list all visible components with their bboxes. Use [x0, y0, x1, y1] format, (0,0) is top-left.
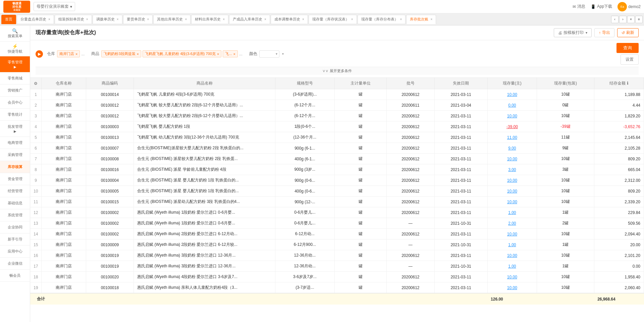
- tab-close-icon[interactable]: ×: [351, 17, 353, 21]
- sidebar-item-ecommerce[interactable]: 电商管理: [0, 137, 30, 149]
- tab-close-icon[interactable]: ×: [48, 17, 50, 21]
- sidebar-search[interactable]: 🔍 搜索英单: [0, 25, 30, 42]
- tab-inventory1[interactable]: 现存量（库存状况表） ×: [309, 15, 357, 24]
- tag-close-icon[interactable]: ×: [217, 52, 219, 56]
- sidebar-item-marketing[interactable]: 营销推广: [0, 85, 30, 97]
- row-spec: 12-36月幼...: [275, 261, 334, 272]
- app-download-link[interactable]: 📱 App下载: [591, 4, 612, 9]
- color-expand-icon[interactable]: ▾: [282, 52, 284, 56]
- product-tag-2[interactable]: 飞鹤星飞帆 儿童奶粉 4段(3-6岁适用) 700克 ×: [143, 50, 221, 57]
- product-more-btn[interactable]: ...: [239, 52, 243, 56]
- tab-close-icon[interactable]: ×: [302, 17, 304, 21]
- row-unit: 罐: [334, 239, 386, 250]
- sidebar-item-retail-mgmt[interactable]: 零售管理 ▶: [0, 56, 30, 72]
- sidebar-item-appcenter[interactable]: 应用中心: [0, 246, 30, 258]
- row-qty-main[interactable]: 9.00: [487, 143, 537, 154]
- tab-close-all-btn[interactable]: ×: [627, 16, 635, 23]
- row-qty-main[interactable]: 10.00: [487, 250, 537, 261]
- user-profile[interactable]: Ea demo2: [618, 2, 641, 11]
- tab-zuzhuang[interactable]: 组装拆卸单历史 ×: [55, 15, 92, 24]
- color-select[interactable]: [259, 50, 279, 58]
- tab-close-icon[interactable]: ×: [117, 17, 119, 21]
- warehouse-tag[interactable]: 南岸门店 ×: [57, 50, 80, 57]
- sidebar-item-retail-stats[interactable]: 零售统计: [0, 109, 30, 121]
- sidebar-item-purchase[interactable]: 采购管理: [0, 149, 30, 161]
- print-button[interactable]: 🖨 按模板打印 ▾: [554, 28, 592, 37]
- tab-home[interactable]: 首页: [1, 15, 16, 24]
- tag-close-icon[interactable]: ×: [233, 52, 235, 56]
- settings-icon[interactable]: ⚙: [34, 81, 38, 86]
- tab-material[interactable]: 材料出库单历史 ×: [191, 15, 228, 24]
- row-qty-main[interactable]: 10.00: [487, 272, 537, 282]
- tab-close-icon[interactable]: ×: [400, 17, 402, 21]
- tab-close-icon[interactable]: ×: [430, 17, 432, 21]
- filter-toggle-btn[interactable]: ▶: [36, 50, 43, 58]
- sidebar-item-basic[interactable]: 基础信息: [0, 197, 30, 209]
- sidebar-item-operations[interactable]: 经营管理: [0, 185, 30, 197]
- tab-close-icon[interactable]: ×: [264, 17, 266, 21]
- row-qty-main[interactable]: 1.00: [487, 207, 537, 218]
- sidebar-item-retail-shop[interactable]: 零售商城: [0, 72, 30, 85]
- row-qty-main[interactable]: 10.00: [487, 111, 537, 121]
- workspace-selector[interactable]: 母婴行业演示账套 ▾: [34, 2, 75, 11]
- tab-cost[interactable]: 成本调整单历史 ×: [271, 15, 308, 24]
- product-tag-1[interactable]: 飞鹤奶粉3段两提装 ×: [101, 50, 141, 57]
- sidebar-item-wholesale[interactable]: 批发管理 ▶: [0, 121, 30, 137]
- row-qty-main[interactable]: 0.00: [487, 100, 537, 111]
- sidebar-item-enterprise[interactable]: 企业协同: [0, 221, 30, 233]
- row-expire: 2021-03-11: [434, 229, 487, 239]
- tab-next-btn[interactable]: ›: [619, 16, 627, 23]
- row-qty-main[interactable]: 10.00: [487, 154, 537, 164]
- row-qty-main[interactable]: 10.00: [487, 229, 537, 239]
- tag-close-icon[interactable]: ×: [137, 52, 139, 56]
- row-qty-main[interactable]: -39.00: [487, 121, 537, 132]
- home-label: 首页: [5, 17, 12, 22]
- sidebar-item-member2[interactable]: 畅会员: [0, 270, 30, 282]
- tab-fenliang[interactable]: 分量盘点单历史 ×: [17, 15, 54, 24]
- tab-batch[interactable]: 库存批次账 ×: [406, 15, 436, 24]
- warehouse-more-btn[interactable]: ...: [81, 52, 85, 56]
- row-qty-main[interactable]: 1.00: [487, 261, 537, 272]
- expand-more-btn[interactable]: ∨∨ 展开更多条件: [36, 67, 639, 75]
- row-qty-main[interactable]: 11.00: [487, 132, 537, 143]
- messages-link[interactable]: ✉ 消息: [573, 4, 585, 9]
- tag-close-icon[interactable]: ×: [75, 52, 77, 56]
- sidebar-item-finance[interactable]: 资金管理: [0, 173, 30, 185]
- row-qty-main[interactable]: 3.00: [487, 164, 537, 175]
- row-expire: 2021-03-11: [434, 89, 487, 100]
- row-qty-main[interactable]: 10.00: [487, 282, 537, 293]
- sidebar-quick-nav[interactable]: ⚡ 快捷导航: [0, 42, 30, 56]
- row-qty-main[interactable]: 10.00: [487, 186, 537, 197]
- refresh-button[interactable]: ↺ 刷新: [617, 28, 639, 37]
- row-qty-main[interactable]: 10.00: [487, 89, 537, 100]
- sidebar-item-inventory[interactable]: 库存核算: [0, 161, 30, 173]
- tab-close-icon[interactable]: ×: [86, 17, 88, 21]
- search-button[interactable]: 查询: [616, 43, 639, 53]
- row-qty-main[interactable]: 2.00: [487, 218, 537, 229]
- row-qty-main[interactable]: 1.00: [487, 239, 537, 250]
- product-tag-3[interactable]: 飞... ×: [223, 50, 238, 57]
- sidebar-item-wechat[interactable]: 企业微信: [0, 258, 30, 270]
- tab-menu-btn[interactable]: ≡: [635, 16, 643, 23]
- sidebar-item-guide[interactable]: 新手引导: [0, 233, 30, 246]
- row-qty-main[interactable]: 10.00: [487, 197, 537, 207]
- row-unit: 罐: [334, 175, 386, 186]
- tab-close-icon[interactable]: ×: [223, 17, 225, 21]
- sidebar-item-system[interactable]: 系统管理: [0, 209, 30, 221]
- col-settings[interactable]: ⚙: [30, 78, 42, 89]
- tab-yaohuo[interactable]: 要货单历史 ×: [123, 15, 153, 24]
- row-amount: 2,094.40: [594, 229, 644, 239]
- sidebar-item-member[interactable]: 会员中心: [0, 97, 30, 109]
- refresh-icon: ↺: [622, 31, 625, 35]
- tab-otherout[interactable]: 其他出库单历史 ×: [153, 15, 191, 24]
- settings-button[interactable]: 设置: [621, 54, 639, 65]
- tab-product[interactable]: 产成品入库单历史 ×: [229, 15, 270, 24]
- tab-close-icon[interactable]: ×: [147, 17, 149, 21]
- tab-inventory2[interactable]: 现存量（库存分布表） ×: [358, 15, 406, 24]
- row-qty-main[interactable]: 10.00: [487, 175, 537, 186]
- tab-prev-btn[interactable]: ‹: [611, 16, 619, 23]
- export-button[interactable]: ↑ 导出: [594, 28, 614, 37]
- tab-diaob[interactable]: 调拨单历史 ×: [93, 15, 122, 24]
- page-actions: 🖨 按模板打印 ▾ ↑ 导出 ↺ 刷新: [554, 28, 639, 37]
- tab-close-icon[interactable]: ×: [185, 17, 187, 21]
